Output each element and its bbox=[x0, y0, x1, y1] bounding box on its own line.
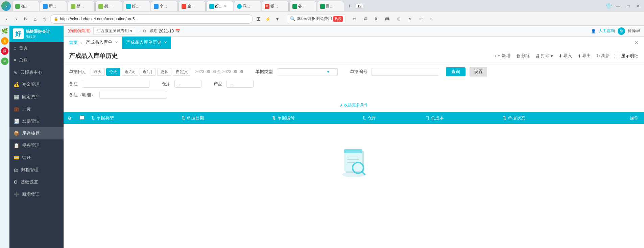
th-status[interactable]: ⇅ 单据状态 bbox=[499, 112, 590, 124]
show-detail-checkbox[interactable] bbox=[614, 54, 618, 58]
company-dropdown-icon: ▾ bbox=[130, 29, 132, 33]
sidebar-item-checkout[interactable]: 💳 结账 bbox=[9, 152, 64, 164]
close-window-button[interactable]: ✕ bbox=[634, 2, 643, 10]
voucher-type-select[interactable]: ▾ bbox=[277, 68, 338, 75]
yuan-icon[interactable]: ¥ bbox=[372, 16, 380, 22]
tab-10[interactable]: M 畅... bbox=[262, 1, 289, 11]
yesterday-btn[interactable]: 昨天 bbox=[91, 68, 105, 76]
app-icon-star[interactable]: ⭐ bbox=[1, 37, 8, 45]
theme-icon[interactable]: ☀ bbox=[405, 16, 414, 22]
sidebar-item-reports[interactable]: ∿ 云报表中心 bbox=[9, 66, 64, 78]
app-icon-email[interactable]: ✉ bbox=[1, 58, 8, 65]
sidebar-item-settings[interactable]: ⚙ 基础设置 bbox=[9, 176, 64, 188]
game-icon[interactable]: 🎮 bbox=[382, 16, 392, 22]
tab-2[interactable]: 新... bbox=[40, 1, 67, 11]
tab-8-close[interactable]: ✕ bbox=[224, 4, 227, 8]
print-button[interactable]: 🖨 打印 ▾ bbox=[534, 52, 554, 60]
filter-settings-button[interactable]: 设置 bbox=[470, 67, 487, 76]
tab-12[interactable]: 目... bbox=[317, 1, 344, 11]
th-voucher-date[interactable]: ⇅ 单据日期 bbox=[178, 112, 268, 124]
sidebar-item-home[interactable]: ⌂ 首页 bbox=[9, 42, 64, 54]
voucher-no-input[interactable] bbox=[372, 68, 439, 76]
collapse-button[interactable]: ∧ 收起更多条件 bbox=[69, 102, 639, 108]
refresh-button[interactable]: ↻ 刷新 bbox=[595, 52, 611, 60]
add-company-button[interactable]: + bbox=[138, 29, 140, 33]
customer-service-label[interactable]: 人工咨询 bbox=[599, 28, 615, 34]
gear-settings-button[interactable]: ⚙ bbox=[143, 29, 147, 33]
app-icon-weibo[interactable]: 微 bbox=[1, 47, 8, 55]
sidebar-item-archive[interactable]: 🗂 归档管理 bbox=[9, 164, 64, 176]
search-box[interactable]: 🔍 360智能抠图免费用 热搜 bbox=[287, 15, 346, 23]
panel-close-button[interactable]: ✕ bbox=[631, 40, 641, 46]
scissors-icon[interactable]: ✂ bbox=[350, 16, 359, 22]
tab-5-label: 好... bbox=[132, 3, 139, 9]
undo-icon[interactable]: ↩ bbox=[416, 16, 425, 22]
last-month-btn[interactable]: 近1月 bbox=[140, 68, 156, 76]
tab-3[interactable]: 易... bbox=[68, 1, 95, 11]
th-voucher-type[interactable]: ⇅ 单据类型 bbox=[88, 112, 178, 124]
tab-11[interactable]: 各... bbox=[289, 1, 316, 11]
tab-history-close[interactable]: ✕ bbox=[164, 40, 167, 45]
sidebar-item-inventory[interactable]: 📦 库存核算 bbox=[9, 127, 64, 139]
th-checkbox[interactable] bbox=[76, 112, 88, 124]
sidebar-item-funds[interactable]: 💰 资金管理 bbox=[9, 78, 64, 91]
warehouse-select[interactable]: ... bbox=[174, 80, 201, 88]
sidebar-item-ledger[interactable]: ≡ 总账 bbox=[9, 54, 64, 66]
tab-list-close[interactable]: ✕ bbox=[115, 40, 118, 45]
add-label: + 新增 bbox=[498, 53, 510, 59]
apps-icon[interactable]: ⊞ bbox=[395, 16, 403, 22]
company-selector[interactable]: 江西服宝测试专用 ▾ bbox=[93, 27, 135, 35]
sidebar-item-tax[interactable]: 📋 税务管理 bbox=[9, 139, 64, 152]
calendar-icon[interactable]: 📅 bbox=[175, 29, 180, 33]
th-warehouse[interactable]: ⇅ 仓库 bbox=[359, 112, 422, 124]
detail-notes-input[interactable] bbox=[99, 91, 167, 99]
product-select[interactable]: ... bbox=[226, 80, 254, 88]
custom-btn[interactable]: 自定义 bbox=[173, 68, 191, 76]
delete-button[interactable]: 🗑 删除 bbox=[515, 52, 531, 60]
minimize-button[interactable]: ─ bbox=[614, 2, 622, 10]
forward-button[interactable]: › bbox=[12, 15, 20, 23]
select-all-checkbox[interactable] bbox=[80, 115, 84, 120]
home-button[interactable]: ⌂ bbox=[31, 15, 39, 23]
back-button[interactable]: ‹ bbox=[3, 15, 11, 23]
tab-4[interactable]: 易... bbox=[95, 1, 122, 11]
tab-6[interactable]: 个... bbox=[151, 1, 178, 11]
tab-history-nav[interactable]: 产成品入库单历史 ✕ bbox=[122, 37, 171, 49]
sidebar-item-salary[interactable]: 💼 工资 bbox=[9, 103, 64, 115]
tab-8[interactable]: 好... ✕ bbox=[206, 1, 233, 11]
maximize-button[interactable]: ▭ bbox=[624, 2, 633, 10]
sidebar-item-invoice[interactable]: 🧾 发票管理 bbox=[9, 115, 64, 127]
grid-icon[interactable]: ⊞ bbox=[254, 15, 262, 23]
th-voucher-no[interactable]: ⇅ 单据编号 bbox=[269, 112, 359, 124]
tab-1[interactable]: 在... bbox=[12, 1, 39, 11]
shirt-icon[interactable]: 👕 bbox=[605, 3, 612, 9]
refresh-button[interactable]: ↻ bbox=[22, 15, 30, 23]
tab-list-nav[interactable]: 产成品入库单 ✕ bbox=[82, 37, 122, 49]
tab-9[interactable]: 腾... bbox=[234, 1, 261, 11]
last7-btn[interactable]: 近7天 bbox=[122, 68, 138, 76]
lightning-icon[interactable]: ⚡ bbox=[264, 15, 272, 23]
sidebar-item-new-voucher[interactable]: ➕ 新增凭证 bbox=[9, 188, 64, 200]
more-btn[interactable]: 更多 bbox=[157, 68, 171, 76]
export-icon: ⬆ bbox=[577, 53, 581, 59]
menu-icon[interactable]: ≡ bbox=[427, 16, 435, 22]
translate-icon[interactable]: 译 bbox=[361, 15, 370, 22]
add-button[interactable]: + + 新增 bbox=[493, 52, 512, 60]
add-tab-button[interactable]: + bbox=[345, 1, 354, 11]
address-bar[interactable]: 🔒 https://cloud.chanjet.com/accounting/u… bbox=[50, 14, 253, 24]
sidebar-item-assets[interactable]: 🏢 固定资产 bbox=[9, 91, 64, 103]
notes-input[interactable] bbox=[82, 80, 149, 88]
tab-7[interactable]: 企... bbox=[178, 1, 206, 11]
export-button[interactable]: ⬆ 导出 bbox=[576, 52, 592, 60]
breadcrumb-home[interactable]: 首页 bbox=[66, 40, 80, 46]
bookmark-button[interactable]: ☆ bbox=[41, 15, 49, 23]
dropdown-button[interactable]: ▾ bbox=[273, 15, 281, 23]
th-total-cost[interactable]: ⇅ 总成本 bbox=[423, 112, 499, 124]
tab-9-icon bbox=[237, 4, 242, 9]
import-button[interactable]: ⬇ 导入 bbox=[557, 52, 573, 60]
app-icon-chanjet[interactable]: 🌿 bbox=[1, 27, 8, 35]
th-settings[interactable]: ⚙ bbox=[64, 112, 76, 124]
today-btn[interactable]: 今天 bbox=[106, 68, 120, 76]
query-button[interactable]: 查询 bbox=[446, 67, 466, 76]
tab-5[interactable]: 好... bbox=[123, 1, 150, 11]
